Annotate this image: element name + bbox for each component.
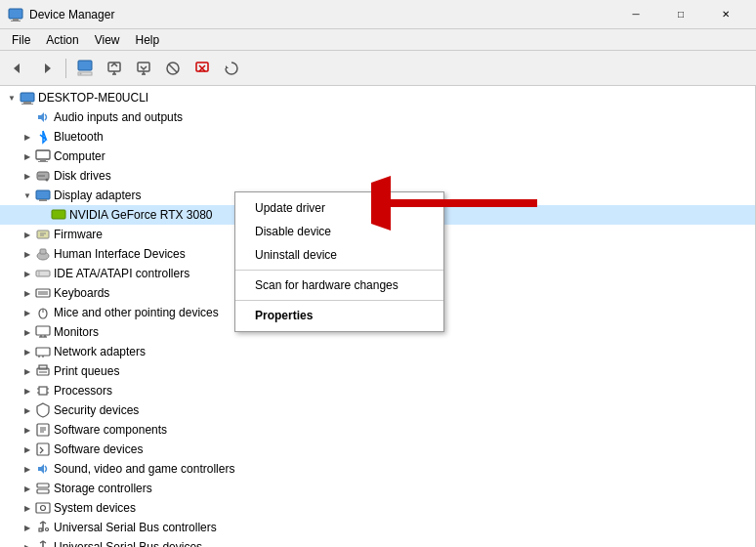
ctx-sep-1 xyxy=(235,270,443,271)
expand-softwarecomp[interactable]: ▶ xyxy=(20,422,35,438)
ctx-properties[interactable]: Properties xyxy=(235,304,443,327)
label-keyboards: Keyboards xyxy=(54,286,109,300)
tree-item-diskdrives[interactable]: ▶Disk drives xyxy=(0,166,755,186)
expand-monitors[interactable]: ▶ xyxy=(20,324,35,340)
menu-file[interactable]: File xyxy=(4,31,38,49)
tree-root[interactable]: ▼ DESKTOP-ME0UCLI xyxy=(0,88,755,107)
icon-usb1 xyxy=(35,520,51,535)
expand-hid[interactable]: ▶ xyxy=(20,246,35,262)
tree-item-usb1[interactable]: ▶Universal Serial Bus controllers xyxy=(0,518,755,537)
expand-processors[interactable]: ▶ xyxy=(20,383,35,399)
icon-audio xyxy=(35,109,51,125)
expand-firmware[interactable]: ▶ xyxy=(20,227,35,242)
icon-firmware xyxy=(35,227,51,242)
icon-network xyxy=(35,344,51,359)
expand-keyboards[interactable]: ▶ xyxy=(20,285,35,301)
svg-marker-19 xyxy=(226,65,229,68)
expand-sound[interactable]: ▶ xyxy=(20,461,35,477)
expand-storage[interactable]: ▶ xyxy=(20,481,35,496)
expand-usb1[interactable]: ▶ xyxy=(20,520,35,535)
expand-displayadapters[interactable]: ▼ xyxy=(20,188,35,203)
label-hid: Human Interface Devices xyxy=(54,247,186,261)
toolbar-forward[interactable] xyxy=(33,55,61,82)
tree-item-audio[interactable]: Audio inputs and outputs xyxy=(0,107,755,127)
label-sound: Sound, video and game controllers xyxy=(54,462,234,476)
expand-system[interactable]: ▶ xyxy=(20,500,35,516)
tree-item-security[interactable]: ▶Security devices xyxy=(0,400,755,420)
svg-point-67 xyxy=(41,506,46,511)
tree-item-usb2[interactable]: ▶Universal Serial Bus devices xyxy=(0,537,755,547)
close-button[interactable]: ✕ xyxy=(703,0,748,29)
label-mice: Mice and other pointing devices xyxy=(54,306,219,319)
svg-rect-54 xyxy=(39,387,47,395)
svg-marker-4 xyxy=(45,63,51,73)
toolbar-rollback[interactable] xyxy=(130,55,157,82)
expand-printqueues[interactable]: ▶ xyxy=(20,363,35,379)
icon-diskdrives xyxy=(35,168,51,184)
expand-audio[interactable] xyxy=(20,109,35,125)
toolbar-update[interactable] xyxy=(101,55,128,82)
label-printqueues: Print queues xyxy=(54,364,119,378)
tree-item-processors[interactable]: ▶Processors xyxy=(0,381,755,400)
tree-item-softwaredev[interactable]: ▶Software devices xyxy=(0,440,755,459)
svg-rect-31 xyxy=(52,210,65,219)
toolbar-sep-1 xyxy=(65,59,66,78)
label-nvidia: NVIDIA GeForce RTX 3080 xyxy=(69,208,213,222)
svg-rect-20 xyxy=(21,93,34,102)
tree-item-softwarecomp[interactable]: ▶Software components xyxy=(0,420,755,440)
tree-item-printqueues[interactable]: ▶Print queues xyxy=(0,361,755,381)
tree-item-network[interactable]: ▶Network adapters xyxy=(0,342,755,361)
tree-item-sound[interactable]: ▶Sound, video and game controllers xyxy=(0,459,755,479)
label-softwaredev: Software devices xyxy=(54,442,143,456)
toolbar-properties[interactable] xyxy=(71,55,99,82)
toolbar-uninstall[interactable] xyxy=(189,55,216,82)
ctx-uninstall[interactable]: Uninstall device xyxy=(235,243,443,267)
menu-help[interactable]: Help xyxy=(128,31,168,49)
label-computer: Computer xyxy=(54,149,105,163)
ctx-disable[interactable]: Disable device xyxy=(235,220,443,243)
svg-rect-24 xyxy=(40,159,46,161)
label-storage: Storage controllers xyxy=(54,482,152,495)
expand-mice[interactable]: ▶ xyxy=(20,305,35,320)
tree-item-bluetooth[interactable]: ▶Bluetooth xyxy=(0,127,755,147)
svg-point-27 xyxy=(46,179,49,182)
expand-usb2[interactable]: ▶ xyxy=(20,539,35,547)
svg-rect-30 xyxy=(39,199,47,201)
ctx-scan[interactable]: Scan for hardware changes xyxy=(235,274,443,297)
icon-softwaredev xyxy=(35,442,51,457)
toolbar-scan[interactable] xyxy=(218,55,245,82)
tree-item-system[interactable]: ▶System devices xyxy=(0,498,755,518)
svg-line-15 xyxy=(169,64,177,72)
expand-computer[interactable]: ▶ xyxy=(20,148,35,164)
menu-view[interactable]: View xyxy=(87,31,128,49)
icon-security xyxy=(35,402,51,418)
menu-action[interactable]: Action xyxy=(38,31,86,49)
expand-nvidia[interactable] xyxy=(35,207,51,223)
svg-rect-25 xyxy=(38,161,48,162)
ctx-update[interactable]: Update driver xyxy=(235,196,443,220)
expand-diskdrives[interactable]: ▶ xyxy=(20,168,35,184)
expand-ide[interactable]: ▶ xyxy=(20,266,35,281)
main-content: ▼ DESKTOP-ME0UCLI Audio inputs and outpu… xyxy=(0,86,756,547)
minimize-button[interactable]: ─ xyxy=(613,0,658,29)
label-usb1: Universal Serial Bus controllers xyxy=(54,521,217,534)
icon-storage xyxy=(35,481,51,496)
svg-rect-64 xyxy=(37,484,49,487)
icon-keyboards xyxy=(35,285,51,301)
label-firmware: Firmware xyxy=(54,228,103,241)
tree-item-computer[interactable]: ▶Computer xyxy=(0,147,755,166)
icon-root xyxy=(20,90,35,105)
svg-rect-48 xyxy=(36,348,50,356)
toolbar xyxy=(0,51,756,86)
expand-root[interactable]: ▼ xyxy=(4,90,20,105)
expand-network[interactable]: ▶ xyxy=(20,344,35,359)
expand-softwaredev[interactable]: ▶ xyxy=(20,442,35,457)
svg-rect-66 xyxy=(36,503,50,513)
expand-bluetooth[interactable]: ▶ xyxy=(20,129,35,145)
svg-rect-68 xyxy=(39,528,42,531)
toolbar-disable[interactable] xyxy=(159,55,187,82)
tree-item-storage[interactable]: ▶Storage controllers xyxy=(0,479,755,498)
expand-security[interactable]: ▶ xyxy=(20,402,35,418)
maximize-button[interactable]: □ xyxy=(658,0,703,29)
toolbar-back[interactable] xyxy=(4,55,31,82)
